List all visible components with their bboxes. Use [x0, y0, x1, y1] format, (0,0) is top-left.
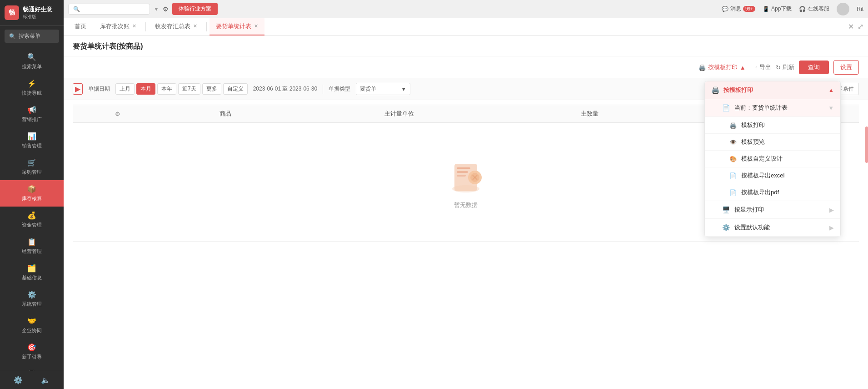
sidebar-item-cooperation[interactable]: 🤝企业协同 — [0, 312, 64, 338]
sidebar-item-appstore[interactable]: 📱应用中心 — [0, 365, 64, 371]
order-type-select[interactable]: 要货单 ▼ — [356, 83, 410, 95]
message-icon: 💬 — [722, 6, 728, 12]
printer-icon: 🖨️ — [698, 64, 706, 71]
tab-order-stats[interactable]: 要货单统计表 ✕ — [210, 18, 264, 35]
refresh-button[interactable]: ↻ 刷新 — [776, 63, 794, 71]
search-icon: 🔍 — [9, 33, 16, 40]
topbar-search: 🔍 — [68, 4, 150, 15]
sidebar-item-system[interactable]: ⚙️系统管理 — [0, 286, 64, 312]
settings-bottom-icon[interactable]: ⚙️ — [14, 376, 23, 384]
arrow-icon: ▶ — [829, 207, 834, 213]
trial-button[interactable]: 体验行业方案 — [172, 3, 218, 15]
template-pdf-icon: 📄 — [729, 189, 737, 196]
filter-expand-arrow[interactable]: ▶ — [73, 83, 83, 95]
search-menu-button[interactable]: 🔍 搜索菜单 — [5, 30, 59, 43]
finance-nav-icon: 💰 — [27, 211, 36, 220]
table-settings-icon[interactable]: ⚙ — [115, 111, 120, 117]
filter-date-buttons: 上月本月本年近7天更多自定义 — [115, 83, 248, 95]
current-template-label: 当前：要货单统计表 — [734, 104, 788, 112]
sidebar-item-basic[interactable]: 🗂️基础信息 — [0, 259, 64, 286]
table-col-3: 主数量 — [511, 105, 668, 123]
sidebar-item-shortcut[interactable]: ⚡快捷导航 — [0, 75, 64, 101]
dropdown-item-template-print[interactable]: 🖨️模板打印 — [705, 117, 840, 134]
date-btn-本月[interactable]: 本月 — [136, 83, 155, 95]
dropdown-subitem-display-print[interactable]: 🖥️按显示打印▶ — [705, 201, 840, 219]
sidebar-item-purchase[interactable]: 🛒采购管理 — [0, 154, 64, 180]
sidebar-nav: 🔍搜索菜单⚡快捷导航📢营销推广📊销售管理🛒采购管理📦库存核算💰资金管理📋经营管理… — [0, 46, 64, 371]
export-button[interactable]: ↑ 导出 — [755, 63, 772, 71]
cooperation-nav-icon: 🤝 — [27, 317, 36, 325]
dropdown-title: 按模板打印 — [723, 86, 753, 94]
topbar-right: 💬 消息 99+ 📱 App下载 🎧 在线客服 Rit — [722, 3, 863, 15]
sound-bottom-icon[interactable]: 🔈 — [41, 376, 50, 384]
table-col-1: 商品 — [163, 105, 288, 123]
message-button[interactable]: 💬 消息 99+ — [722, 5, 755, 13]
table-col-2: 主计量单位 — [288, 105, 511, 123]
order-type-chevron-icon: ▼ — [401, 86, 406, 92]
purchase-nav-icon: 🛒 — [27, 158, 36, 167]
tab-home[interactable]: 首页 — [68, 18, 93, 35]
dropdown-item-template-design[interactable]: 🎨模板自定义设计 — [705, 151, 840, 167]
sidebar-item-finance[interactable]: 💰资金管理 — [0, 207, 64, 233]
date-btn-自定义[interactable]: 自定义 — [223, 83, 248, 95]
sidebar-item-inventory[interactable]: 📦库存核算 — [0, 180, 64, 207]
query-button[interactable]: 查询 — [799, 61, 829, 74]
dropdown-item-template-pdf[interactable]: 📄按模板导出pdf — [705, 184, 840, 201]
dropdown-title-area: 🖨️ 按模板打印 — [711, 86, 753, 94]
svg-rect-4 — [457, 175, 466, 177]
filter-divider — [323, 85, 323, 94]
date-btn-近7天[interactable]: 近7天 — [178, 83, 200, 95]
dropdown-subitem-default-func[interactable]: ⚙️设置默认功能▶ — [705, 219, 840, 237]
tab-label-inventory-batch: 库存批次账 — [100, 22, 130, 30]
current-template-left: 📄 当前：要货单统计表 — [722, 104, 788, 112]
tabs-expand-icon[interactable]: ⤢ — [858, 22, 863, 31]
current-template-item[interactable]: 📄 当前：要货单统计表 ▼ — [705, 99, 840, 117]
topbar-dropdown-icon[interactable]: ▼ — [154, 6, 159, 12]
date-btn-本年[interactable]: 本年 — [157, 83, 176, 95]
avatar[interactable] — [837, 3, 849, 15]
content-area: 要货单统计表(按商品) 🖨️ 按模板打印 ▲ ↑ 导出 ↻ 刷新 查询 设置 ▶… — [64, 35, 868, 389]
sidebar-item-search[interactable]: 🔍搜索菜单 — [0, 48, 64, 75]
topbar-search-icon: 🔍 — [73, 6, 80, 12]
tab-inventory-batch[interactable]: 库存批次账 ✕ — [94, 18, 143, 35]
current-template-arrow-icon: ▼ — [828, 105, 834, 111]
dropdown-item-template-excel[interactable]: 📄按模板导出excel — [705, 167, 840, 184]
sidebar-item-sales[interactable]: 📊销售管理 — [0, 127, 64, 154]
app-download-button[interactable]: 📱 App下载 — [763, 5, 792, 13]
dropdown-item-template-preview[interactable]: 👁️模板预览 — [705, 134, 840, 151]
tab-close-order-stats[interactable]: ✕ — [254, 23, 258, 29]
page-header: 要货单统计表(按商品) — [64, 35, 868, 56]
settings-button[interactable]: 设置 — [833, 60, 859, 75]
operation-nav-icon: 📋 — [27, 237, 36, 246]
page-title: 要货单统计表(按商品) — [73, 42, 143, 50]
topbar: 🔍 ▼ ⚙ 体验行业方案 💬 消息 99+ 📱 App下载 🎧 在线客服 Rit — [64, 0, 868, 18]
app-icon: 📱 — [763, 6, 769, 12]
export-icon: ↑ — [755, 64, 758, 71]
topbar-gear-icon[interactable]: ⚙ — [163, 5, 169, 13]
table-col-0: ⚙ — [73, 105, 163, 123]
marketing-nav-icon: 📢 — [27, 106, 36, 114]
print-dropdown: 🖨️ 按模板打印 ▲ 📄 当前：要货单统计表 ▼ 🖨️模板打印👁️模板预览🎨模板… — [704, 81, 841, 237]
inventory-nav-icon: 📦 — [27, 185, 36, 193]
date-btn-上月[interactable]: 上月 — [115, 83, 135, 95]
tabs-right-controls: ✕⤢ — [848, 22, 863, 31]
sidebar-item-operation[interactable]: 📋经营管理 — [0, 233, 64, 259]
tab-label-home: 首页 — [75, 22, 86, 30]
dropdown-header: 🖨️ 按模板打印 ▲ — [705, 81, 840, 99]
refresh-icon: ↻ — [776, 64, 781, 71]
tab-close-receipt-summary[interactable]: ✕ — [193, 23, 197, 29]
dropdown-close-chevron-icon[interactable]: ▲ — [828, 87, 834, 93]
online-service-button[interactable]: 🎧 在线客服 — [799, 5, 829, 13]
template-preview-icon: 👁️ — [729, 139, 737, 146]
shortcut-nav-icon: ⚡ — [27, 79, 36, 88]
date-btn-更多[interactable]: 更多 — [202, 83, 221, 95]
sidebar-item-marketing[interactable]: 📢营销推广 — [0, 101, 64, 127]
search-nav-icon: 🔍 — [27, 53, 36, 61]
template-print-icon: 🖨️ — [729, 122, 737, 129]
empty-illustration — [443, 155, 489, 196]
tab-receipt-summary[interactable]: 收发存汇总表 ✕ — [149, 18, 204, 35]
tab-close-inventory-batch[interactable]: ✕ — [132, 23, 136, 29]
print-template-button[interactable]: 🖨️ 按模板打印 ▲ — [694, 61, 750, 74]
tabs-close-icon[interactable]: ✕ — [848, 22, 854, 31]
sidebar-item-guide[interactable]: 🎯新手引导 — [0, 338, 64, 365]
